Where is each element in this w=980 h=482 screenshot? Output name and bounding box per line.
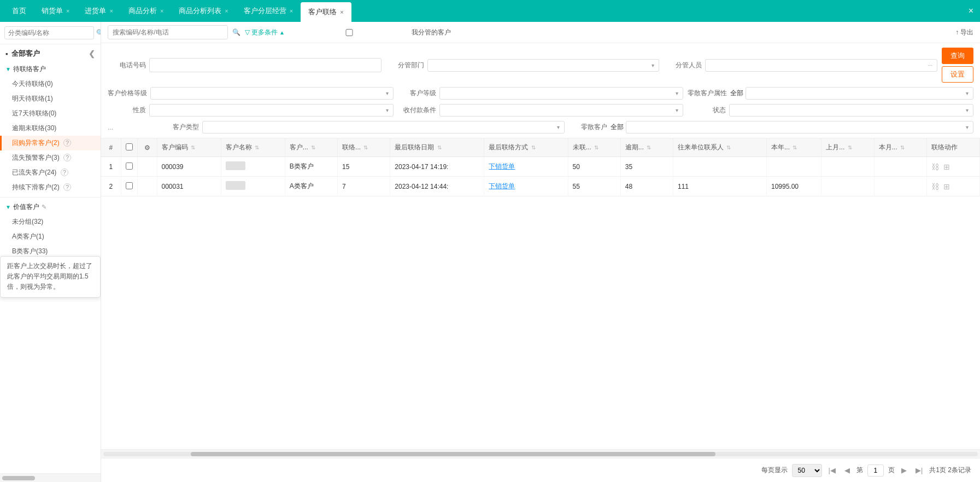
manager-select[interactable]: ··· bbox=[705, 59, 937, 72]
sidebar-item-declining[interactable]: 持续下滑客户(2) ? bbox=[0, 180, 101, 195]
window-close-button[interactable]: × bbox=[969, 6, 973, 16]
row2-last-method[interactable]: 下销货单 bbox=[484, 177, 568, 196]
manager-field: 分管人员 ··· bbox=[664, 59, 937, 72]
page-prev-btn[interactable]: ◀ bbox=[842, 465, 852, 475]
row1-num: 1 bbox=[101, 157, 121, 177]
nav-sales[interactable]: 销货单 × bbox=[34, 0, 77, 22]
sidebar-item-abnormal[interactable]: 回购异常客户(2) ? bbox=[0, 136, 101, 150]
row1-check[interactable] bbox=[121, 157, 137, 177]
row1-method-link[interactable]: 下销货单 bbox=[489, 162, 515, 170]
row2-num: 2 bbox=[101, 177, 121, 196]
export-button[interactable]: ↑ 导出 bbox=[955, 28, 973, 37]
sidebar-scrollbar[interactable] bbox=[0, 473, 101, 482]
filter-row-3: 性质 ▾ 收付款条件 ▾ 状态 ▾ bbox=[108, 104, 973, 117]
my-customers-checkbox[interactable] bbox=[289, 29, 409, 36]
price-level-select[interactable]: ▾ bbox=[150, 87, 394, 100]
select-all-checkbox[interactable] bbox=[126, 143, 133, 150]
abnormal-info-icon: ? bbox=[63, 139, 71, 147]
retail-customer-field: 零散客户 全部 ▾ bbox=[569, 121, 973, 133]
sidebar-item-warning[interactable]: 流失预警客户(3) ? bbox=[0, 150, 101, 165]
nav-customer-contact-close[interactable]: × bbox=[340, 9, 343, 15]
sidebar-item-groupA[interactable]: A类客户(1) bbox=[0, 229, 101, 244]
row1-last-method[interactable]: 下销货单 bbox=[484, 157, 568, 177]
page-size-select[interactable]: 50 20 100 bbox=[792, 464, 822, 477]
status-select[interactable]: ▾ bbox=[729, 104, 973, 117]
table-row: 1 000039 B类客户 15 2023-04-17 14:19: 下销货单 … bbox=[101, 157, 980, 177]
scrollbar-thumb[interactable] bbox=[191, 452, 715, 456]
phone-input[interactable] bbox=[149, 58, 382, 72]
row2-method-link[interactable]: 下销货单 bbox=[489, 182, 515, 190]
payment-field: 收付款条件 ▾ bbox=[398, 104, 684, 117]
sidebar-item-overdue[interactable]: 逾期未联络(30) bbox=[0, 121, 101, 136]
row2-name bbox=[221, 177, 285, 196]
row2-overdue: 48 bbox=[620, 177, 673, 196]
nav-analysis-close[interactable]: × bbox=[160, 8, 163, 14]
nav-purchase[interactable]: 进货单 × bbox=[77, 0, 120, 22]
row1-checkbox[interactable] bbox=[126, 162, 133, 170]
row2-check[interactable] bbox=[121, 177, 137, 196]
value-group-edit-icon[interactable]: ✎ bbox=[42, 204, 46, 211]
nav-purchase-close[interactable]: × bbox=[109, 8, 113, 14]
row2-grid-icon[interactable]: ⊞ bbox=[943, 182, 950, 191]
page-first-btn[interactable]: |◀ bbox=[826, 465, 838, 475]
pagination-total: 共1页 2条记录 bbox=[929, 466, 971, 475]
sidebar-item-week7[interactable]: 近7天待联络(0) bbox=[0, 106, 101, 121]
row1-grid-icon[interactable]: ⊞ bbox=[943, 162, 950, 171]
sidebar-all-customers[interactable]: ▪ 全部客户 ❮ bbox=[0, 44, 101, 62]
row2-uncontacted: 55 bbox=[568, 177, 620, 196]
col-header-uncontacted: 未联... ⇅ bbox=[568, 138, 620, 157]
col-header-contact-count: 联络... ⇅ bbox=[338, 138, 390, 157]
top-nav: 首页 销货单 × 进货单 × 商品分析 × 商品分析列表 × 客户分层经营 × … bbox=[0, 0, 980, 22]
gender-select[interactable]: ▾ bbox=[149, 104, 394, 117]
more-dots[interactable]: ... bbox=[108, 124, 113, 131]
nav-customer-contact[interactable]: 客户联络 × bbox=[301, 2, 351, 22]
row2-link-icon[interactable]: ⛓ bbox=[931, 182, 939, 191]
sidebar-item-tomorrow[interactable]: 明天待联络(1) bbox=[0, 91, 101, 106]
filter-search-icon[interactable]: 🔍 bbox=[232, 28, 240, 36]
nav-analysis[interactable]: 商品分析 × bbox=[121, 0, 171, 22]
row2-checkbox[interactable] bbox=[126, 182, 133, 189]
scrollbar-track[interactable] bbox=[103, 452, 978, 456]
settings-button[interactable]: 设置 bbox=[942, 66, 973, 83]
page-label-ye: 页 bbox=[888, 466, 895, 475]
customer-level-select[interactable]: ▾ bbox=[439, 87, 684, 100]
row1-last-month bbox=[821, 157, 874, 177]
sidebar-value-group[interactable]: ▼ 价值客户 ✎ bbox=[0, 200, 101, 214]
sidebar-item-ungroup[interactable]: 未分组(32) bbox=[0, 214, 101, 229]
horizontal-scrollbar[interactable] bbox=[101, 449, 980, 458]
query-button[interactable]: 查询 bbox=[942, 48, 973, 64]
filter-row-4: ... 客户类型 ▾ 零散客户 全部 ▾ bbox=[108, 121, 973, 133]
sidebar-item-lost[interactable]: 已流失客户(24) ? bbox=[0, 165, 101, 180]
nav-analysis-list[interactable]: 商品分析列表 × bbox=[171, 0, 236, 22]
my-customers-checkbox-area[interactable]: 我分管的客户 bbox=[289, 28, 451, 37]
customer-type-select[interactable]: ▾ bbox=[202, 121, 565, 133]
gender-field: 性质 ▾ bbox=[108, 104, 394, 117]
sidebar-search-input[interactable] bbox=[4, 26, 94, 39]
row2-type: A类客户 bbox=[285, 177, 337, 196]
page-last-btn[interactable]: ▶| bbox=[913, 465, 925, 475]
col-header-check[interactable] bbox=[121, 138, 137, 157]
col-header-name: 客户名称 ⇅ bbox=[221, 138, 285, 157]
retail-customer-select[interactable]: ▾ bbox=[626, 121, 973, 133]
department-select[interactable]: ▾ bbox=[427, 59, 660, 72]
row1-this-year bbox=[766, 157, 821, 177]
nav-home[interactable]: 首页 bbox=[4, 0, 34, 22]
nav-analysis-list-close[interactable]: × bbox=[225, 8, 228, 14]
retail-attr-select[interactable]: ▾ bbox=[746, 87, 973, 100]
col-header-this-month: 本月... ⇅ bbox=[874, 138, 926, 157]
col-header-settings[interactable]: ⚙ bbox=[137, 138, 157, 157]
nav-customer-tier-close[interactable]: × bbox=[290, 8, 293, 14]
sidebar-item-today[interactable]: 今天待联络(0) bbox=[0, 77, 101, 91]
nav-customer-tier[interactable]: 客户分层经营 × bbox=[236, 0, 301, 22]
sidebar-search-icon[interactable]: 🔍 bbox=[96, 29, 101, 37]
search-input[interactable] bbox=[108, 25, 228, 39]
payment-select[interactable]: ▾ bbox=[439, 104, 684, 117]
sidebar-pending-group[interactable]: ▼ 待联络客户 bbox=[0, 62, 101, 77]
row1-link-icon[interactable]: ⛓ bbox=[931, 162, 939, 171]
more-conditions-btn[interactable]: ▽ 更多条件 ▲ bbox=[245, 28, 285, 37]
page-number-input[interactable] bbox=[867, 464, 884, 477]
sidebar-collapse-icon[interactable]: ❮ bbox=[89, 49, 95, 58]
col-header-overdue: 逾期... ⇅ bbox=[620, 138, 673, 157]
page-next-btn[interactable]: ▶ bbox=[899, 465, 909, 475]
nav-sales-close[interactable]: × bbox=[66, 8, 69, 14]
